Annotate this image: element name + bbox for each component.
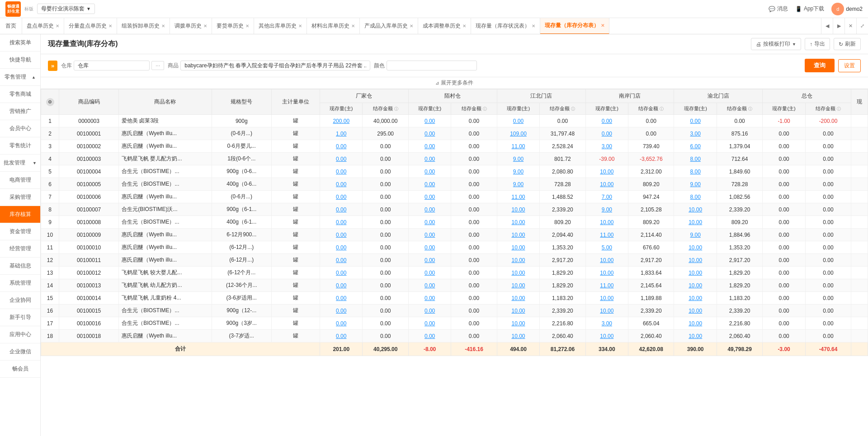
cell-f2-qty: 0.00 [408, 115, 451, 127]
tab-close-icon[interactable]: ✕ [161, 23, 165, 28]
cell-name: 惠氏启醚（Wyeth illu... [119, 254, 212, 267]
col-f1-amt-header: 结存金额 ⓘ [363, 103, 408, 115]
tab-close-icon[interactable]: ✕ [462, 23, 466, 28]
tab-cost-adjust-history[interactable]: 成本调整单历史 ✕ [418, 18, 471, 34]
sidebar-item-ecommerce[interactable]: 电商管理 [0, 172, 40, 189]
print-btn[interactable]: 🖨 按模板打印 ▼ [751, 38, 801, 50]
table-row: 13 00100012 飞鹤星飞帆 较大婴儿配... (6-12个月... 罐 … [41, 267, 868, 279]
cell-no: 4 [41, 153, 59, 165]
color-input[interactable] [387, 61, 477, 70]
sidebar-item-marketing[interactable]: 营销推广 [0, 103, 40, 120]
cell-f2-amt: 0.00 [451, 330, 497, 342]
refresh-btn[interactable]: ↻ 刷新 [834, 38, 861, 50]
org-selector[interactable]: 母婴行业演示陈套 ▼ [37, 4, 95, 14]
sidebar-item-retail-stats[interactable]: 零售统计 [0, 137, 40, 155]
app-download-btn[interactable]: 📱 App下载 [795, 5, 824, 13]
cell-f5-qty: 10.00 [674, 216, 717, 229]
product-input[interactable] [180, 61, 370, 70]
cell-f3-amt: 1,829.20 [540, 267, 585, 279]
sidebar-item-inventory[interactable]: 库存核算 [0, 206, 40, 223]
cell-f1-amt: 0.00 [363, 216, 408, 229]
sidebar-item-operations[interactable]: 经营管理 [0, 240, 40, 258]
cell-f5-amt: 728.28 [717, 178, 762, 191]
tab-product-inbound-history[interactable]: 产成品入库单历史 ✕ [360, 18, 418, 34]
sidebar-item-wechat[interactable]: 企业微信 [0, 343, 40, 361]
tab-split-check-history[interactable]: 分量盘点单历史 ✕ [64, 18, 117, 34]
tab-assembly-history[interactable]: 组装拆卸单历史 ✕ [117, 18, 170, 34]
tab-next-btn[interactable]: ▶ [833, 18, 844, 34]
cell-no: 15 [41, 292, 59, 305]
cell-total-qty: 0.00 [763, 203, 805, 216]
cell-f4-qty: -39.00 [585, 153, 628, 165]
tab-other-outbound-history[interactable]: 其他出库单历史 ✕ [254, 18, 307, 34]
cell-no: 12 [41, 254, 59, 267]
tab-close-icon[interactable]: ✕ [532, 23, 535, 28]
tab-order-history[interactable]: 要货单历史 ✕ [212, 18, 254, 34]
tab-close-icon[interactable]: ✕ [108, 23, 112, 28]
cell-f5-amt: 0.00 [717, 115, 762, 127]
sidebar-item-app-center[interactable]: 应用中心 [0, 326, 40, 343]
tab-transfer-history[interactable]: 调拨单历史 ✕ [170, 18, 212, 34]
cell-f5-amt: 2,339.20 [717, 203, 762, 216]
tab-home[interactable]: 首页 [0, 18, 22, 34]
sidebar-item-finance[interactable]: 资金管理 [0, 223, 40, 240]
message-btn[interactable]: 💬 消息 [769, 5, 788, 13]
cell-f4-qty: 11.00 [585, 229, 628, 241]
cell-f4-amt: 676.60 [628, 241, 674, 254]
sidebar-item-search[interactable]: 搜索英单 [0, 34, 40, 52]
export-btn[interactable]: ↑ 导出 [805, 38, 830, 50]
warehouse-dots-btn[interactable]: ··· [151, 61, 164, 70]
col-total-header: 总仓 [763, 89, 851, 103]
sidebar-item-wholesale[interactable]: 批发管理▼ [0, 155, 40, 172]
sidebar-item-guide[interactable]: 新手引导 [0, 309, 40, 326]
cell-code: 00100012 [59, 267, 119, 279]
cell-name: 合生元(BIOSTIME)沃... [119, 203, 212, 216]
tab-close-icon[interactable]: ✕ [601, 23, 604, 28]
sidebar-item-retail-mgmt[interactable]: 零售管理▲ [0, 69, 40, 86]
cell-f1-amt: 0.00 [363, 140, 408, 153]
cell-name: 惠氏启醚（Wyeth illu... [119, 330, 212, 342]
summary-label: 合计 [41, 342, 320, 356]
cell-name: 惠氏启醚（Wyeth illu... [119, 191, 212, 203]
sidebar-item-basic-info[interactable]: 基础信息 [0, 258, 40, 275]
tab-close-icon[interactable]: ✕ [245, 23, 249, 28]
cell-f2-amt: 0.00 [451, 115, 497, 127]
cell-f5-qty: 8.00 [674, 165, 717, 178]
tab-prev-btn[interactable]: ◀ [821, 18, 833, 34]
sidebar-item-member2[interactable]: 畅会员 [0, 361, 40, 378]
dropdown-icon: ▼ [86, 6, 91, 11]
tab-close-icon[interactable]: ✕ [203, 23, 207, 28]
tab-expand-btn[interactable]: ⤢ [856, 18, 868, 34]
tab-stock-distribution[interactable]: 现存量（库存分布表）✕ [540, 18, 609, 34]
cell-f4-qty: 10.00 [585, 165, 628, 178]
cell-f3-amt: 728.28 [540, 178, 585, 191]
sidebar-item-purchase[interactable]: 采购管理 [0, 189, 40, 206]
tab-close-icon[interactable]: ✕ [410, 23, 413, 28]
warehouse-input[interactable] [74, 61, 150, 70]
sidebar-item-system[interactable]: 系统管理 [0, 275, 40, 292]
cell-current [851, 153, 868, 165]
col-mucun-header: 陌村仓 [408, 89, 497, 103]
expand-bar[interactable]: ⊿ 展开更多条件 [41, 77, 868, 89]
tab-inventory-check-history[interactable]: 盘点单历史 ✕ [22, 18, 64, 34]
collapse-btn[interactable]: » [48, 61, 57, 71]
col-f4-amt-header: 结存金额 ⓘ [628, 103, 674, 115]
cell-f4-qty: 10.00 [585, 267, 628, 279]
sidebar-item-quick-nav[interactable]: 快捷导航 [0, 52, 40, 69]
logo-label: 标版 [24, 6, 33, 12]
tab-close-all-btn[interactable]: ✕ [844, 18, 856, 34]
tab-close-icon[interactable]: ✕ [351, 23, 355, 28]
query-btn[interactable]: 查询 [805, 59, 835, 72]
sidebar-item-retail-mall[interactable]: 零售商城 [0, 86, 40, 103]
sidebar-item-enterprise[interactable]: 企业协同 [0, 292, 40, 309]
settings-btn[interactable]: 设置 [838, 59, 861, 72]
tab-close-icon[interactable]: ✕ [298, 23, 302, 28]
tab-close-icon[interactable]: ✕ [56, 23, 59, 28]
tab-stock-status[interactable]: 现存量（库存状况表）✕ [471, 18, 540, 34]
cell-name: 合生元（BIOSTIME）... [119, 165, 212, 178]
tab-material-outbound-history[interactable]: 材料出库单历史 ✕ [307, 18, 360, 34]
sidebar-item-member[interactable]: 会员中心 [0, 120, 40, 137]
cell-spec: (6-12月...) [212, 254, 271, 267]
user-avatar[interactable]: d demo2 [831, 3, 863, 15]
cell-current [851, 165, 868, 178]
